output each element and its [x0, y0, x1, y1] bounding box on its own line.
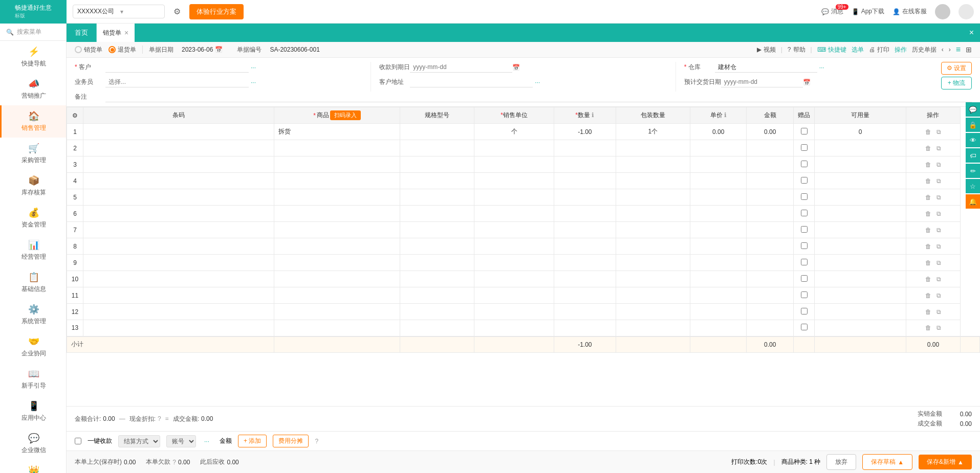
cell-spec[interactable]: [400, 173, 474, 189]
cell-unit[interactable]: [474, 189, 554, 206]
address-more-icon[interactable]: ···: [535, 79, 540, 86]
cell-spec[interactable]: [400, 222, 474, 238]
sidebar-item-wechat[interactable]: 💬 企业微信: [0, 427, 66, 460]
copy-icon[interactable]: ⧉: [937, 177, 941, 185]
float-notification-btn[interactable]: 🔔: [966, 194, 980, 209]
cell-product[interactable]: [274, 271, 400, 287]
pick-btn[interactable]: 选单: [852, 46, 864, 54]
cell-gift[interactable]: [794, 271, 815, 287]
cell-packqty[interactable]: [616, 304, 690, 320]
sidebar-item-guide[interactable]: 📖 新手引导: [0, 363, 66, 395]
copy-icon[interactable]: ⧉: [937, 308, 941, 316]
cell-unitprice[interactable]: [690, 206, 747, 222]
cell-barcode[interactable]: [83, 255, 274, 271]
delete-icon[interactable]: 🗑: [925, 259, 931, 266]
cell-barcode[interactable]: [83, 156, 274, 173]
cell-gift[interactable]: [794, 238, 815, 255]
scan-barcode-button[interactable]: 扫码录入: [330, 110, 361, 120]
sidebar-item-system[interactable]: ⚙️ 系统管理: [0, 299, 66, 331]
sidebar-item-base[interactable]: 📋 基础信息: [0, 266, 66, 299]
sidebar-item-inventory[interactable]: 📦 库存核算: [0, 170, 66, 202]
date-calendar-icon[interactable]: 📅: [215, 46, 223, 53]
collection-date-input[interactable]: [410, 62, 512, 73]
sidebar-item-finance[interactable]: 💰 资金管理: [0, 202, 66, 234]
cell-gift[interactable]: [794, 173, 815, 189]
cell-gift[interactable]: [794, 206, 815, 222]
cell-barcode[interactable]: [83, 271, 274, 287]
history-btn[interactable]: 历史单据: [912, 46, 937, 54]
float-edit-btn[interactable]: ✏: [966, 164, 980, 178]
delete-icon[interactable]: 🗑: [925, 324, 931, 331]
cell-amount[interactable]: [747, 238, 794, 255]
cell-amount[interactable]: [747, 173, 794, 189]
salesperson-input[interactable]: [105, 77, 249, 87]
copy-icon[interactable]: ⧉: [937, 276, 941, 283]
sidebar-item-apps[interactable]: 📱 应用中心: [0, 395, 66, 427]
radio-return-order[interactable]: 退货单: [108, 46, 136, 54]
cell-unit[interactable]: [474, 287, 554, 304]
cell-packqty[interactable]: [616, 271, 690, 287]
list-view-btn[interactable]: ≡: [956, 45, 961, 54]
cell-packqty[interactable]: [616, 206, 690, 222]
cell-amount[interactable]: [747, 320, 794, 336]
copy-icon[interactable]: ⧉: [937, 145, 941, 152]
cell-unit[interactable]: [474, 206, 554, 222]
cell-amount[interactable]: [747, 140, 794, 156]
copy-icon[interactable]: ⧉: [937, 243, 941, 250]
delete-icon[interactable]: 🗑: [925, 292, 931, 299]
cell-product[interactable]: [274, 189, 400, 206]
cell-gift[interactable]: [794, 255, 815, 271]
delete-icon[interactable]: 🗑: [925, 145, 931, 152]
add-payment-button[interactable]: + 添加: [238, 435, 267, 447]
col-settings-header[interactable]: ⚙: [67, 107, 83, 124]
delete-icon[interactable]: 🗑: [925, 161, 931, 168]
tab-home[interactable]: 首页: [67, 24, 97, 42]
cell-product[interactable]: [274, 320, 400, 336]
cell-product[interactable]: [274, 304, 400, 320]
cell-quantity[interactable]: [554, 287, 616, 304]
cell-spec[interactable]: [400, 255, 474, 271]
cell-product[interactable]: 拆货: [274, 124, 400, 140]
cell-unit[interactable]: [474, 304, 554, 320]
cell-unitprice[interactable]: [690, 156, 747, 173]
table-container[interactable]: ⚙ 条码 *商品 扫码录入 规格型号 *销售单位 *数量 ℹ 包装数量 单价 ℹ: [67, 107, 980, 406]
delete-icon[interactable]: 🗑: [925, 308, 931, 316]
cell-product[interactable]: [274, 156, 400, 173]
sidebar-item-sales[interactable]: 🏠 销售管理: [0, 105, 66, 138]
settings-icon[interactable]: ⚙: [169, 4, 185, 20]
cell-unit[interactable]: [474, 173, 554, 189]
sidebar-item-member[interactable]: 👑 畅会员: [0, 460, 66, 473]
account-select[interactable]: 账号: [166, 435, 196, 447]
cell-unitprice[interactable]: [690, 271, 747, 287]
avatar[interactable]: [935, 4, 950, 19]
message-btn[interactable]: 💬 消息 99+: [821, 7, 843, 16]
cell-gift[interactable]: [794, 156, 815, 173]
help-btn[interactable]: ? 帮助: [788, 46, 805, 54]
online-service-btn[interactable]: 👤 在线客服: [892, 7, 927, 16]
cell-quantity[interactable]: [554, 271, 616, 287]
delete-icon[interactable]: 🗑: [925, 194, 931, 201]
float-lock-btn[interactable]: 🔒: [966, 118, 980, 132]
sidebar-item-operations[interactable]: 📊 经营管理: [0, 234, 66, 266]
copy-icon[interactable]: ⧉: [937, 292, 941, 299]
cell-unitprice[interactable]: [690, 238, 747, 255]
cell-amount[interactable]: [747, 287, 794, 304]
cell-barcode[interactable]: [83, 124, 274, 140]
cell-barcode[interactable]: [83, 173, 274, 189]
cell-unitprice[interactable]: [690, 173, 747, 189]
customer-address-input[interactable]: [410, 77, 533, 87]
grid-view-btn[interactable]: ⊞: [966, 46, 972, 54]
cell-amount[interactable]: [747, 304, 794, 320]
cell-amount[interactable]: [747, 156, 794, 173]
copy-icon[interactable]: ⧉: [937, 194, 941, 201]
cell-spec[interactable]: [400, 206, 474, 222]
cell-unitprice[interactable]: [690, 189, 747, 206]
calc-method-select[interactable]: 结算方式: [118, 435, 160, 447]
copy-icon[interactable]: ⧉: [937, 227, 941, 234]
float-tag-btn[interactable]: 🏷: [966, 148, 980, 163]
trial-button[interactable]: 体验行业方案: [189, 4, 244, 19]
operation-btn[interactable]: 操作: [895, 46, 907, 54]
cell-spec[interactable]: [400, 140, 474, 156]
tab-sales-order[interactable]: 销货单 ×: [97, 24, 135, 42]
avatar2[interactable]: [959, 4, 974, 19]
